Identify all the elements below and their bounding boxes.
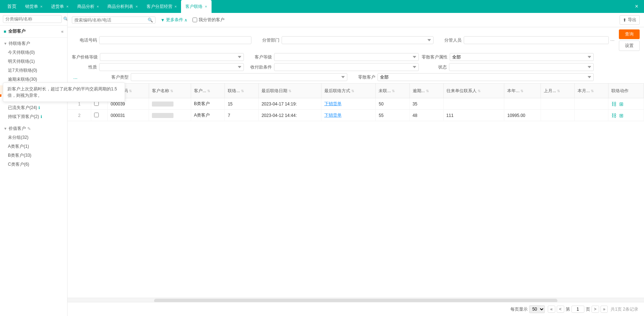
- code-sort-icon: ⇅: [129, 89, 132, 93]
- pending-contact-group-label[interactable]: ▼ 待联络客户: [0, 39, 67, 48]
- window-close-button[interactable]: ×: [632, 3, 641, 10]
- row1-contacts: [443, 98, 504, 110]
- row2-select[interactable]: [94, 113, 99, 117]
- col-action-header: 联络动作: [608, 84, 644, 98]
- filter-row-4: ... 客户类型 零散客户 全部: [72, 73, 640, 81]
- col-thisyear-header[interactable]: 本年... ⇅: [504, 84, 541, 98]
- sidebar-search-input[interactable]: [3, 15, 62, 23]
- col-contact-header[interactable]: 联络... ⇅: [225, 84, 259, 98]
- close-analysis-tab[interactable]: ×: [97, 4, 99, 9]
- row2-name: [149, 110, 191, 121]
- nav-tab-analysis[interactable]: 商品分析 ×: [73, 0, 103, 13]
- class-a[interactable]: A类客户(1): [0, 142, 67, 151]
- horizontal-scrollbar[interactable]: [68, 298, 644, 302]
- close-sales-tab[interactable]: ×: [40, 4, 42, 9]
- search-wrap: 🔍: [72, 16, 156, 24]
- class-b[interactable]: B类客户(33): [0, 151, 67, 160]
- filter-row-1: 电话号码 分管部门 分管人员 ··· 查询 设置: [72, 29, 640, 51]
- more-conditions-button[interactable]: ▼ 更多条件 ∧: [158, 16, 190, 24]
- retail-attr-select[interactable]: 全部: [450, 53, 594, 61]
- export-button[interactable]: ⬆ 导出: [620, 15, 640, 25]
- main-search-input[interactable]: [74, 18, 146, 23]
- status-select[interactable]: [449, 63, 594, 71]
- close-customer-mgmt-tab[interactable]: ×: [175, 4, 177, 9]
- already-lost[interactable]: 已流失客户(24) ℹ: [0, 103, 67, 112]
- name-sort-icon: ⇅: [170, 89, 173, 93]
- row1-link-icon[interactable]: ⛓: [611, 101, 616, 107]
- col-lastdate-header[interactable]: 最后联络日期 ⇅: [259, 84, 321, 98]
- phone-input[interactable]: [99, 36, 251, 44]
- main-search-icon[interactable]: 🔍: [148, 18, 153, 23]
- extra-dots[interactable]: ...: [72, 74, 79, 80]
- nav-tab-analysis-list[interactable]: 商品分析列表 ×: [103, 0, 142, 13]
- sidebar-collapse-btn[interactable]: «: [61, 29, 64, 34]
- row2-link-icon[interactable]: ⛓: [611, 113, 616, 118]
- value-customer-group-label[interactable]: ▼ 价值客户 ✎: [0, 124, 67, 133]
- customer-level-select[interactable]: [274, 53, 419, 61]
- row1-lastmethod[interactable]: 下销货单: [321, 98, 376, 110]
- nav-tab-sales[interactable]: 销货单 ×: [21, 0, 47, 13]
- declining[interactable]: 持续下滑客户(2) ℹ: [0, 112, 67, 121]
- col-contacts-header[interactable]: 往来单位联系人 ⇅: [443, 84, 504, 98]
- sidebar-search-icon[interactable]: 🔍: [63, 16, 68, 22]
- col-unread-header[interactable]: 未联... ⇅: [376, 84, 409, 98]
- sidebar-all-customers[interactable]: ■ 全部客户 «: [0, 25, 67, 38]
- row1-thismonth: [575, 98, 608, 110]
- my-customer-checkbox-label[interactable]: 我分管的客户: [193, 17, 224, 23]
- sidebar-tree: ▼ 待联络客户 今天待联络(0) 明天待联络(1) 近7天待联络(0) 逾期未联…: [0, 38, 67, 316]
- col-overdue-header[interactable]: 逾期... ⇅: [409, 84, 443, 98]
- class-c[interactable]: C类客户(6): [0, 160, 67, 169]
- first-page-btn[interactable]: «: [548, 306, 555, 313]
- retail-customer-select[interactable]: 全部: [377, 73, 594, 81]
- close-customer-contact-tab[interactable]: ×: [205, 4, 207, 9]
- person-dots[interactable]: ···: [609, 37, 616, 43]
- nav-tab-customer-contact[interactable]: 客户联络 ×: [181, 0, 211, 13]
- col-type-header[interactable]: 客户... ⇅: [191, 84, 225, 98]
- phone-label: 电话号码: [72, 37, 97, 43]
- table-row: 2 000031 A类客户 7 2023-04-12 14:44: 下销货单: [68, 110, 644, 121]
- row2-lastmethod[interactable]: 下销货单: [321, 110, 376, 121]
- value-edit-icon[interactable]: ✎: [27, 126, 31, 131]
- my-customer-checkbox[interactable]: [193, 18, 197, 22]
- close-purchase-tab[interactable]: ×: [66, 4, 68, 9]
- sidebar: 🔍 ■ 全部客户 « ▼ 待联络客户 今天待联络(0) 明天待联络(1) 近7天…: [0, 13, 68, 316]
- table-wrap: ⚙ 客户编码 ⇅ 客户名称: [68, 84, 644, 298]
- sidebar-search-area: 🔍: [0, 13, 67, 25]
- price-level-select[interactable]: [100, 53, 244, 61]
- content-area: 🔍 ▼ 更多条件 ∧ 我分管的客户 ⬆ 导出 电话号码: [68, 13, 644, 316]
- row1-grid-icon[interactable]: ⊞: [619, 101, 624, 107]
- week-pending[interactable]: 近7天待联络(0): [0, 66, 67, 75]
- ungroup[interactable]: 未分组(32): [0, 133, 67, 142]
- row1-lastdate: 2023-04-17 14:19:: [259, 98, 321, 110]
- nav-tab-customer-mgmt[interactable]: 客户分层经营 ×: [142, 0, 181, 13]
- col-lastmonth-header[interactable]: 上月... ⇅: [541, 84, 575, 98]
- customer-type-field: 客户类型: [103, 73, 347, 81]
- tomorrow-pending[interactable]: 明天待联络(1): [0, 57, 67, 66]
- customer-type-select[interactable]: [131, 73, 347, 81]
- contact-sort-icon: ⇅: [241, 89, 244, 93]
- today-pending[interactable]: 今天待联络(0): [0, 48, 67, 57]
- nature-select[interactable]: [99, 63, 244, 71]
- next-page-btn[interactable]: >: [592, 306, 599, 313]
- col-lastmethod-header[interactable]: 最后联络方式 ⇅: [321, 84, 376, 98]
- settings-button[interactable]: 设置: [619, 41, 640, 51]
- page-number-input[interactable]: [571, 306, 584, 313]
- row2-num: 2: [68, 110, 91, 121]
- prev-page-btn[interactable]: <: [557, 306, 564, 313]
- col-name-header[interactable]: 客户名称 ⇅: [149, 84, 191, 98]
- dept-select[interactable]: [282, 36, 434, 44]
- filter-icon: ▼: [161, 18, 165, 23]
- row2-thismonth: [575, 110, 608, 121]
- person-input[interactable]: [464, 36, 609, 44]
- payment-select[interactable]: [274, 63, 419, 71]
- col-thismonth-header[interactable]: 本月... ⇅: [575, 84, 608, 98]
- row1-unread: 50: [376, 98, 409, 110]
- row2-grid-icon[interactable]: ⊞: [619, 113, 624, 118]
- retail-attr-field: 零散客户属性 全部: [422, 53, 594, 61]
- nav-tab-home[interactable]: 首页: [3, 0, 21, 13]
- query-button[interactable]: 查询: [619, 29, 640, 39]
- nav-tab-purchase[interactable]: 进货单 ×: [47, 0, 73, 13]
- close-analysis-list-tab[interactable]: ×: [135, 4, 138, 9]
- per-page-select[interactable]: 50: [529, 305, 545, 313]
- last-page-btn[interactable]: »: [601, 306, 608, 313]
